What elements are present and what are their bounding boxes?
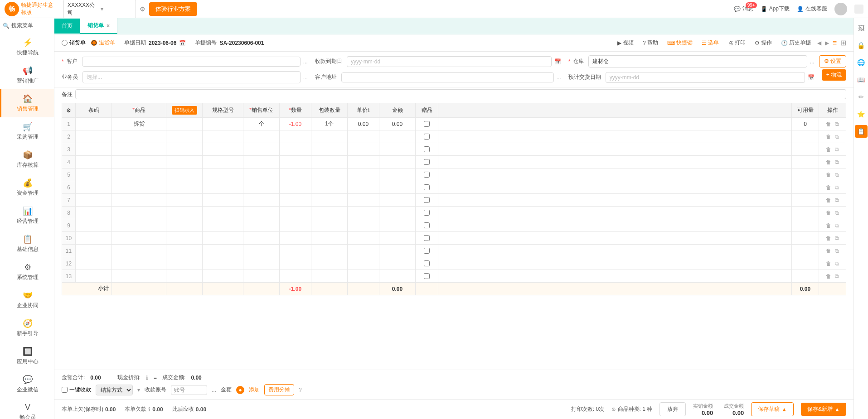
one-click-pay-input[interactable]: [62, 387, 68, 393]
pkg-qty-cell[interactable]: [311, 169, 348, 181]
amount-cell[interactable]: [379, 181, 416, 194]
pkg-qty-cell[interactable]: [311, 130, 348, 143]
customer-input[interactable]: [82, 57, 301, 67]
product-cell[interactable]: [112, 156, 166, 169]
amount-cell[interactable]: [379, 257, 416, 270]
customer-addr-input[interactable]: [341, 72, 554, 82]
setting-button[interactable]: ⚙ 设置: [819, 55, 846, 67]
spec-cell[interactable]: [203, 232, 243, 245]
copy-icon[interactable]: ⧉: [835, 210, 839, 216]
toolbar-video[interactable]: ▶ 视频: [615, 38, 636, 48]
due-date-calendar-icon[interactable]: 📅: [554, 58, 561, 65]
price-cell[interactable]: [348, 130, 379, 143]
expected-date-input[interactable]: yyyy-mm-dd: [606, 72, 805, 83]
copy-icon[interactable]: ⧉: [835, 134, 839, 140]
calendar-icon[interactable]: 📅: [179, 40, 186, 46]
toolbar-print[interactable]: 🖨 打印: [725, 38, 748, 48]
product-cell[interactable]: [112, 130, 166, 143]
spec-cell[interactable]: [203, 143, 243, 156]
barcode-cell[interactable]: [76, 232, 112, 245]
quantity-cell[interactable]: [280, 219, 311, 232]
gift-checkbox[interactable]: [424, 222, 430, 228]
gift-cell[interactable]: [416, 143, 438, 156]
toolbar-history[interactable]: 🕐 历史单据: [778, 38, 814, 48]
gift-checkbox[interactable]: [424, 159, 430, 165]
table-gear-icon[interactable]: ⚙: [66, 107, 71, 114]
product-cell[interactable]: [112, 270, 166, 283]
delete-icon[interactable]: 🗑: [826, 197, 831, 203]
gift-checkbox[interactable]: [424, 197, 430, 203]
warehouse-dots-btn[interactable]: ...: [810, 58, 815, 65]
delete-icon[interactable]: 🗑: [826, 172, 831, 178]
sidebar-item-inventory[interactable]: 📦 库存核算: [0, 145, 54, 173]
gift-cell[interactable]: [416, 219, 438, 232]
sidebar-item-guide[interactable]: 🧭 新手引导: [0, 314, 54, 342]
copy-icon[interactable]: ⧉: [835, 222, 839, 229]
barcode-cell[interactable]: [76, 257, 112, 270]
tab-sales-order[interactable]: 销货单 ×: [80, 18, 117, 34]
amount-cell[interactable]: [379, 194, 416, 207]
price-cell[interactable]: [348, 207, 379, 219]
toolbar-shortcut[interactable]: ⌨ 快捷键: [664, 38, 695, 48]
sidebar-item-enterprise[interactable]: 🤝 企业协同: [0, 286, 54, 314]
gift-checkbox[interactable]: [424, 210, 430, 216]
rs-book-icon[interactable]: 📖: [855, 73, 868, 86]
save-draft-button[interactable]: 保存草稿 ▲: [751, 402, 794, 416]
unit-cell[interactable]: [243, 181, 280, 194]
barcode-cell[interactable]: [76, 181, 112, 194]
rs-pencil-icon[interactable]: ✏: [855, 91, 868, 103]
copy-icon[interactable]: ⧉: [835, 235, 839, 241]
sidebar-item-quick-nav[interactable]: ⚡ 快捷导航: [0, 33, 54, 61]
sidebar-item-basic[interactable]: 📋 基础信息: [0, 230, 54, 258]
account-dots-btn[interactable]: ...: [212, 387, 216, 393]
unit-cell[interactable]: [243, 245, 280, 257]
gift-checkbox[interactable]: [424, 172, 430, 178]
rs-orange-box-icon[interactable]: 📋: [855, 125, 868, 138]
rs-image-icon[interactable]: 🖼: [855, 22, 868, 34]
customer-dots-btn[interactable]: ...: [303, 58, 308, 65]
company-selector[interactable]: XXXXXX公司 ▾: [63, 0, 136, 19]
price-cell[interactable]: [348, 143, 379, 156]
pkg-qty-cell[interactable]: [311, 257, 348, 270]
gift-cell[interactable]: [416, 130, 438, 143]
price-cell[interactable]: [348, 245, 379, 257]
unit-cell[interactable]: [243, 232, 280, 245]
grid-view-icon[interactable]: ⊞: [840, 39, 846, 47]
gift-checkbox[interactable]: [424, 235, 430, 241]
sidebar-item-sales[interactable]: 🏠 销售管理: [0, 89, 54, 117]
product-cell[interactable]: [112, 219, 166, 232]
quantity-cell[interactable]: [280, 181, 311, 194]
pkg-qty-cell[interactable]: [311, 143, 348, 156]
delete-icon[interactable]: 🗑: [826, 121, 831, 127]
toolbar-select[interactable]: ☰ 选单: [699, 38, 722, 48]
search-menu[interactable]: 🔍 搜索菜单: [0, 18, 54, 33]
salesperson-input[interactable]: 选择...: [82, 71, 301, 83]
amount-cell[interactable]: [379, 156, 416, 169]
product-cell[interactable]: [112, 181, 166, 194]
price-cell[interactable]: [348, 181, 379, 194]
barcode-cell[interactable]: [76, 194, 112, 207]
delete-icon[interactable]: 🗑: [826, 146, 831, 153]
pkg-qty-cell[interactable]: [311, 232, 348, 245]
barcode-cell[interactable]: [76, 169, 112, 181]
quantity-cell[interactable]: -1.00: [280, 118, 311, 130]
delete-icon[interactable]: 🗑: [826, 184, 831, 191]
copy-icon[interactable]: ⧉: [835, 260, 839, 267]
col-gear[interactable]: ⚙: [62, 103, 76, 118]
gift-cell[interactable]: [416, 232, 438, 245]
gift-cell[interactable]: [416, 118, 438, 130]
sidebar-item-finance[interactable]: 💰 资金管理: [0, 173, 54, 202]
unit-cell[interactable]: [243, 257, 280, 270]
amount-cell[interactable]: 0.00: [379, 118, 416, 130]
pkg-qty-cell[interactable]: [311, 219, 348, 232]
cash-discount-info-icon[interactable]: ℹ: [146, 375, 148, 381]
gift-cell[interactable]: [416, 270, 438, 283]
gift-checkbox[interactable]: [424, 146, 430, 152]
price-cell[interactable]: 0.00: [348, 118, 379, 130]
app-download-button[interactable]: 📱 App下载: [761, 5, 790, 13]
price-cell[interactable]: [348, 232, 379, 245]
spec-cell[interactable]: [203, 118, 243, 130]
amount-cell[interactable]: [379, 207, 416, 219]
product-cell[interactable]: [112, 245, 166, 257]
spec-cell[interactable]: [203, 194, 243, 207]
